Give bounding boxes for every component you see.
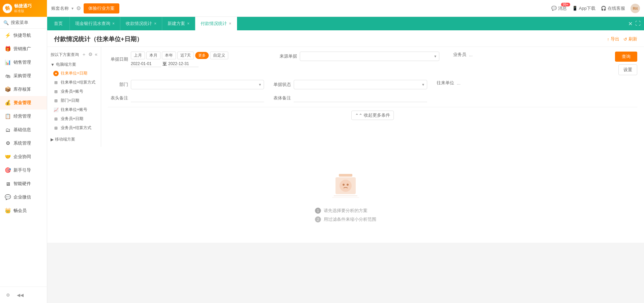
form-row-3: 表头备注 表体备注 <box>108 94 637 102</box>
partner-label: 往来单位 <box>434 80 454 86</box>
source-select[interactable]: ▾ <box>300 52 439 61</box>
scheme-item-label: 往来单位+结算方式 <box>61 80 95 85</box>
sidebar-item-operation[interactable]: 📋 经营管理 <box>0 110 47 123</box>
sidebar-item-label: 企业协同 <box>13 154 31 160</box>
sidebar-item-purchase[interactable]: 🛍 采购管理 <box>0 69 47 83</box>
app-label: App下载 <box>579 5 595 11</box>
scheme-item-staff-account[interactable]: ⊞ 业务员+账号 <box>50 87 101 96</box>
sidebar-item-hardware[interactable]: 🖥 智能硬件 <box>0 177 47 190</box>
refresh-btn[interactable]: ↺ 刷新 <box>623 36 637 42</box>
tab-bank[interactable]: 现金银行流水查询 × <box>70 17 120 30</box>
desktop-group-arrow: ▼ <box>51 62 55 67</box>
scheme-settings-btn[interactable]: ⚙ <box>88 52 93 58</box>
trial-btn[interactable]: 体验行业方案 <box>84 3 119 13</box>
date-from-input[interactable] <box>131 61 161 67</box>
sidebar-item-basic[interactable]: 🗂 基础信息 <box>0 123 47 137</box>
date-btn-this-year[interactable]: 本年 <box>162 52 176 59</box>
staff-ellipsis-btn[interactable]: ... <box>469 52 473 57</box>
header-remark-control <box>131 94 264 102</box>
body-remark-label: 表体备注 <box>271 95 291 101</box>
scheme-panel-actions: ＋ ⚙ « <box>82 52 97 58</box>
staff-account-icon: ⊞ <box>53 89 59 94</box>
sidebar-item-member[interactable]: 👑 畅会员 <box>0 204 47 217</box>
svg-point-2 <box>340 180 352 192</box>
sidebar-item-inventory[interactable]: 📦 库存核算 <box>0 83 47 96</box>
app-download-btn[interactable]: 📱 App下载 <box>572 5 595 11</box>
settings-btn[interactable]: 设置 <box>618 64 637 75</box>
export-btn[interactable]: ↑ 导出 <box>607 36 620 42</box>
tab-home[interactable]: 首页 <box>47 17 70 30</box>
sales-icon: 📊 <box>5 59 11 65</box>
scheme-item-label: 业务员+日期 <box>61 116 83 122</box>
desktop-group-toggle[interactable]: ▼ 电脑端方案 <box>47 60 101 69</box>
user-avatar[interactable]: Rit <box>631 4 640 13</box>
tab-close-all-btn[interactable]: ✕ <box>628 21 633 27</box>
tab-receipt-label: 收款情况统计 <box>126 21 152 27</box>
scheme-add-btn[interactable]: ＋ <box>82 52 86 58</box>
sidebar-footer: ⚙ ◀◀ <box>0 286 47 303</box>
form-actions: 查询 设置 <box>615 52 637 75</box>
sidebar-item-system[interactable]: ⚙ 系统管理 <box>0 137 47 150</box>
tab-receipt-close[interactable]: × <box>154 21 156 26</box>
sidebar-item-finance[interactable]: 💰 资金管理 <box>0 96 47 110</box>
purchase-icon: 🛍 <box>5 73 11 79</box>
scheme-item-staff-date[interactable]: ⊞ 业务员+日期 <box>50 114 101 123</box>
empty-tip-1: 1 请先选择要分析的方案 <box>315 208 376 214</box>
query-btn[interactable]: 查询 <box>615 52 637 62</box>
sidebar-item-label: 智能硬件 <box>13 181 31 187</box>
body-remark-input[interactable] <box>294 94 427 102</box>
date-to-input[interactable] <box>168 61 199 67</box>
guide-icon: 🎯 <box>5 167 11 173</box>
tab-payment-close[interactable]: × <box>229 21 231 26</box>
header-remark-input[interactable] <box>131 94 264 102</box>
sidebar-item-marketing[interactable]: 🎁 营销推广 <box>0 42 47 56</box>
date-btn-more[interactable]: 更多 <box>195 52 209 59</box>
sidebar-item-wechat[interactable]: 💬 企业微信 <box>0 190 47 204</box>
footer-collapse-btn[interactable]: ◀◀ <box>16 290 25 300</box>
filter-area: 按以下方案查询 ＋ ⚙ « ▼ 电脑端方案 <box>47 47 644 147</box>
tab-maximize-btn[interactable]: ⛶ <box>635 21 641 27</box>
dept-label: 部门 <box>108 82 128 88</box>
date-btn-custom[interactable]: 自定义 <box>210 52 228 59</box>
svg-point-4 <box>347 184 349 186</box>
tab-receipt[interactable]: 收款情况统计 × <box>120 17 162 30</box>
tab-bank-close[interactable]: × <box>112 21 115 26</box>
doc-status-select[interactable]: ▾ <box>294 80 427 89</box>
sidebar-item-sales[interactable]: 📊 销售管理 <box>0 56 47 69</box>
partner-ellipsis-btn[interactable]: ... <box>457 81 461 86</box>
sidebar-item-quick-nav[interactable]: ⚡ 快捷导航 <box>0 29 47 42</box>
notifications-btn[interactable]: 💬 消息 99+ <box>551 5 567 11</box>
scheme-collapse-btn[interactable]: « <box>95 52 97 58</box>
topbar-settings-icon[interactable]: ⚙ <box>76 5 81 11</box>
scheme-item-unit-account[interactable]: 📈 往来单位+账号 <box>50 105 101 114</box>
dept-select[interactable]: ▾ <box>131 80 264 89</box>
footer-settings-btn[interactable]: ⚙ <box>3 290 13 300</box>
tab-new-scheme-close[interactable]: × <box>187 21 189 26</box>
header-remark-field: 表头备注 <box>108 94 264 102</box>
mobile-group-toggle[interactable]: ▶ 移动端方案 <box>47 135 101 144</box>
tab-payment[interactable]: 付款情况统计 × <box>195 17 237 30</box>
doc-status-dropdown-arrow: ▾ <box>422 82 424 87</box>
account-dropdown-arrow[interactable]: ▾ <box>71 6 74 11</box>
sidebar-item-guide[interactable]: 🎯 新手引导 <box>0 163 47 177</box>
search-menu[interactable]: 🔍 搜索菜单 <box>0 17 47 29</box>
tip-text-2: 用过滤条件来缩小分析范围 <box>324 216 376 222</box>
scheme-item-unit-settle[interactable]: ⊞ 往来单位+结算方式 <box>50 78 101 87</box>
scheme-item-dept-date[interactable]: ⊞ 部门+日期 <box>50 96 101 105</box>
collapse-btn[interactable]: ⌃⌃ 收起更多条件 <box>351 111 394 120</box>
sidebar-item-coop[interactable]: 🤝 企业协同 <box>0 150 47 163</box>
refresh-icon: ↺ <box>623 37 627 42</box>
scheme-item-unit-date[interactable]: ● 往来单位+日期 <box>50 69 101 78</box>
date-btn-last-month[interactable]: 上月 <box>131 52 145 59</box>
tab-new-scheme[interactable]: 新建方案 × <box>162 17 195 30</box>
online-service-btn[interactable]: 🎧 在线客服 <box>601 5 625 11</box>
tab-new-scheme-label: 新建方案 <box>168 21 185 27</box>
date-btn-7days[interactable]: 近7天 <box>177 52 194 59</box>
hardware-icon: 🖥 <box>5 181 11 187</box>
scheme-item-staff-settle[interactable]: ⊞ 业务员+结算方式 <box>50 123 101 132</box>
export-icon: ↑ <box>607 37 610 42</box>
desktop-group-label: 电脑端方案 <box>56 62 76 67</box>
date-btn-this-month[interactable]: 本月 <box>146 52 160 59</box>
page: 付款情况统计（往来单位+日期） ↑ 导出 ↺ 刷新 按 <box>47 30 644 243</box>
marketing-icon: 🎁 <box>5 46 11 52</box>
